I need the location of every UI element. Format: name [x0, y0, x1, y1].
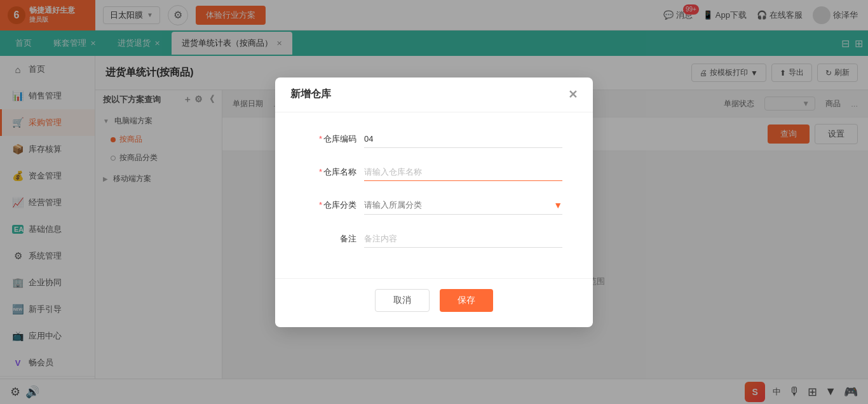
- modal-footer: 取消 保存: [275, 278, 593, 327]
- warehouse-remark-input[interactable]: [364, 230, 562, 248]
- modal-close-icon[interactable]: ✕: [568, 88, 578, 102]
- form-label-code: *仓库编码: [306, 133, 356, 145]
- new-warehouse-modal: 新增仓库 ✕ *仓库编码 *仓库名称 *仓库分类: [275, 77, 593, 327]
- save-button[interactable]: 保存: [440, 289, 493, 312]
- modal-body: *仓库编码 *仓库名称 *仓库分类 ▼: [275, 112, 593, 273]
- modal-header: 新增仓库 ✕: [275, 77, 593, 112]
- warehouse-code-input[interactable]: [364, 130, 562, 148]
- required-star-name: *: [319, 167, 322, 177]
- form-label-category: *仓库分类: [306, 199, 356, 211]
- warehouse-name-input[interactable]: [364, 163, 562, 181]
- form-row-name: *仓库名称: [306, 163, 562, 181]
- modal-overlay: 新增仓库 ✕ *仓库编码 *仓库名称 *仓库分类: [0, 0, 868, 404]
- form-row-remark: 备注: [306, 230, 562, 248]
- form-row-category: *仓库分类 ▼: [306, 196, 562, 215]
- modal-title: 新增仓库: [290, 88, 331, 101]
- warehouse-category-input[interactable]: [364, 200, 553, 210]
- required-star-category: *: [319, 200, 322, 210]
- warehouse-category-select[interactable]: ▼: [364, 196, 562, 215]
- form-label-remark: 备注: [306, 233, 356, 245]
- form-label-name: *仓库名称: [306, 166, 356, 178]
- required-star-code: *: [319, 134, 322, 144]
- category-dropdown-icon: ▼: [553, 200, 562, 210]
- cancel-button[interactable]: 取消: [375, 289, 430, 312]
- form-row-code: *仓库编码: [306, 130, 562, 148]
